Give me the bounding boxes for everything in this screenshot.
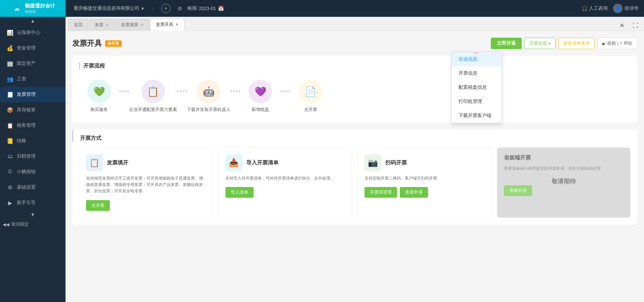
method-btn1-scan-invoice[interactable]: 开票码管理 xyxy=(364,187,397,198)
method-btn2-scan-invoice[interactable]: 查看申请 xyxy=(400,187,428,198)
tab-label-invoice-tool: 发票开具 xyxy=(156,22,173,28)
dropdown-chevron-icon: ▾ xyxy=(548,41,551,46)
sidebar-label-fund-mgmt: 资金管理 xyxy=(17,45,36,51)
flow-step-add-taxdisk[interactable]: 💜 新增税盘 xyxy=(240,80,281,113)
top-bar: 重庆畅捷交通信息咨询有限公司 ▾ | + ⚙ 账期 2023-01 📅 🎧 人工… xyxy=(66,0,644,17)
dropdown-item-download-client[interactable]: 下载开票客户端 xyxy=(452,109,502,123)
company-dropdown-icon: ▾ xyxy=(141,6,144,11)
sidebar-scroll-down[interactable]: ▼ xyxy=(0,211,66,219)
sidebar-item-fixed-asset[interactable]: 🏢 固定资产 xyxy=(0,56,66,71)
settings-dropdown-wrapper: 开票设置 ▾ → 企业信息开票信息配置税盘信息打印机管理下载开票客户端 xyxy=(524,38,556,49)
disabled-overlay-boss-invoice: 敬请期待 xyxy=(504,177,624,185)
method-btn1-import-invoice[interactable]: 导入清单 xyxy=(225,187,254,198)
sidebar-icon-fund-mgmt: 💰 xyxy=(7,45,13,51)
step-dots-3 xyxy=(230,90,240,92)
flow-step-buy-service[interactable]: 💚 购买服务 xyxy=(79,80,119,113)
anomaly-list-button[interactable]: 异常清单查询 xyxy=(558,38,595,49)
tab-invoice[interactable]: 发票✕ xyxy=(89,19,115,31)
step-icon-config-enterprise: 📋 xyxy=(141,80,165,103)
sidebar-item-xiaochang[interactable]: © 小畅报销 xyxy=(0,164,66,180)
sidebar-label-accounting: 结账 xyxy=(17,138,26,144)
sidebar-scroll-up[interactable]: ▲ xyxy=(0,17,66,25)
add-company-button[interactable]: + xyxy=(161,4,171,13)
tab-close-invoice-tool[interactable]: ✕ xyxy=(175,22,179,27)
activate-button[interactable]: 立即开通 xyxy=(491,38,522,49)
sidebar-icon-tax-mgmt: 📋 xyxy=(7,122,13,129)
tab-label-home: 首页 xyxy=(74,22,83,28)
help-icon: ? xyxy=(620,41,622,46)
tab-label-invoice: 发票 xyxy=(95,22,103,28)
method-icon-fill-invoice: 📋 xyxy=(86,154,103,171)
method-footer-boss-invoice: 查看申请 xyxy=(504,185,624,196)
sidebar-item-payroll[interactable]: 👥 工资 xyxy=(0,71,66,87)
tab-invoice-tool[interactable]: 发票开具✕ xyxy=(150,18,184,31)
method-footer-fill-invoice: 去开票 xyxy=(86,200,206,211)
tab-close-invoice[interactable]: ✕ xyxy=(105,23,109,27)
status-badge: 待开通 xyxy=(105,40,122,47)
method-desc-boss-invoice: 查看老板端小程序提交的开票申请，并作出相应的处理 xyxy=(504,165,624,172)
window-controls: ✕ ⛶ xyxy=(617,21,641,31)
method-header-import-invoice: 📥 导入开票清单 xyxy=(225,154,345,171)
app-logo-text: 畅捷通好会计 xyxy=(25,3,55,9)
sidebar-item-archive[interactable]: 🗂 归档管理 xyxy=(0,149,66,164)
calendar-icon[interactable]: 📅 xyxy=(218,6,224,11)
cancel-fixed-button[interactable]: ◀◀ 取消固定 xyxy=(0,219,66,230)
sidebar-item-invoice-mgmt[interactable]: 🧾 发票管理 xyxy=(0,87,66,102)
method-desc-scan-invoice: 支持定制开票二维码，客户端可扫码开票 xyxy=(364,175,484,182)
method-card-scan-invoice: 📷 扫码开票 支持定制开票二维码，客户端可扫码开票 开票码管理查看申请 xyxy=(357,147,491,218)
flow-step-make-invoice[interactable]: 📄 去开票 xyxy=(290,80,331,113)
tab-close-invoice-estimate[interactable]: ✕ xyxy=(140,23,144,27)
divider1: | xyxy=(152,6,153,11)
sidebar-item-fund-mgmt[interactable]: 💰 资金管理 xyxy=(0,40,66,56)
sidebar-item-cloud-report[interactable]: 📊 云报表中心 xyxy=(0,25,66,40)
step-icon-buy-service: 💚 xyxy=(87,80,111,103)
headphone-icon: 🎧 xyxy=(582,6,588,11)
invoice-settings-button[interactable]: 开票设置 ▾ xyxy=(524,38,556,49)
sidebar-nav: 📊 云报表中心 💰 资金管理 🏢 固定资产 👥 工资 🧾 发票管理 📦 库存核算… xyxy=(0,25,66,211)
maximize-window-button[interactable]: ⛶ xyxy=(630,21,641,31)
user-name: 徐泽华 xyxy=(625,5,639,11)
tab-label-invoice-estimate: 发票测算 xyxy=(121,22,138,28)
sidebar-item-tax-mgmt[interactable]: 📋 税务管理 xyxy=(0,118,66,133)
flow-steps: 💚 购买服务 📋 企业开通配置开票六要素 🤖 下载并安装开票机器人 💜 新增税盘… xyxy=(79,76,631,116)
sidebar: ☁ 畅捷通好会计 旗舰版 ▲ 📊 云报表中心 💰 资金管理 🏢 固定资产 👥 工… xyxy=(0,0,66,302)
sidebar-label-invoice-mgmt: 发票管理 xyxy=(17,91,36,98)
period-label: 账期 xyxy=(187,5,197,11)
company-selector[interactable]: 重庆畅捷交通信息咨询有限公司 ▾ xyxy=(71,4,146,13)
sidebar-item-inventory[interactable]: 📦 库存核算 xyxy=(0,102,66,118)
support-button[interactable]: 🎧 人工咨询 xyxy=(582,5,608,11)
sidebar-label-tax-mgmt: 税务管理 xyxy=(17,122,36,128)
flow-step-download-robot[interactable]: 🤖 下载并安装开票机器人 xyxy=(187,80,230,113)
dropdown-item-invoice-info[interactable]: 开票信息 xyxy=(452,66,502,80)
tab-bar: 首页发票✕发票测算✕发票开具✕ ✕ ⛶ xyxy=(66,17,644,31)
method-btn1-boss-invoice[interactable]: 查看申请 xyxy=(504,185,532,196)
app-logo-badge: 旗舰版 xyxy=(25,9,55,14)
sidebar-item-basic-settings[interactable]: ⚙ 基础设置 xyxy=(0,180,66,195)
close-window-button[interactable]: ✕ xyxy=(617,21,627,31)
flow-step-config-enterprise[interactable]: 📋 企业开通配置开票六要素 xyxy=(129,80,177,113)
method-card-import-invoice: 📥 导入开票清单 支持导入待开票清单，可对待开票清单进行拆分、合并处理。 导入清… xyxy=(218,147,352,218)
sidebar-icon-xiaochang: © xyxy=(7,168,13,175)
video-help-button[interactable]: ▶ 视频 | ? 帮助 xyxy=(597,38,637,49)
dropdown-item-printer[interactable]: 打印机管理 xyxy=(452,95,502,109)
period-info: 账期 2023-01 📅 xyxy=(187,5,224,11)
sidebar-label-newbie: 新手引导 xyxy=(17,200,36,206)
step-dots-1 xyxy=(119,90,129,92)
step-dots-2 xyxy=(177,90,187,92)
sidebar-item-accounting[interactable]: 📒 结账 xyxy=(0,133,66,149)
settings-icon[interactable]: ⚙ xyxy=(177,5,182,12)
method-section: 开票方式 📋 发票填开 支持按照发票样式手工填开发票；可开具增值税电子普通发票、… xyxy=(72,129,637,225)
tab-invoice-estimate[interactable]: 发票测算✕ xyxy=(115,19,149,31)
app-container: ☁ 畅捷通好会计 旗舰版 ▲ 📊 云报表中心 💰 资金管理 🏢 固定资产 👥 工… xyxy=(0,0,644,302)
step-dots-4 xyxy=(281,90,290,92)
sidebar-label-archive: 归档管理 xyxy=(17,153,36,159)
user-info[interactable]: 👤 徐泽华 xyxy=(613,4,639,13)
method-btn1-fill-invoice[interactable]: 去开票 xyxy=(86,200,110,211)
tab-home[interactable]: 首页 xyxy=(68,19,88,31)
method-title-fill-invoice: 发票填开 xyxy=(107,159,128,166)
sidebar-label-fixed-asset: 固定资产 xyxy=(17,61,36,67)
dropdown-item-tax-disk[interactable]: 配置税盘信息 xyxy=(452,80,502,95)
content-area: 重庆畅捷交通信息咨询有限公司 ▾ | + ⚙ 账期 2023-01 📅 🎧 人工… xyxy=(66,0,644,302)
sidebar-item-newbie[interactable]: ▶ 新手引导 xyxy=(0,195,66,211)
step-icon-download-robot: 🤖 xyxy=(197,80,220,103)
